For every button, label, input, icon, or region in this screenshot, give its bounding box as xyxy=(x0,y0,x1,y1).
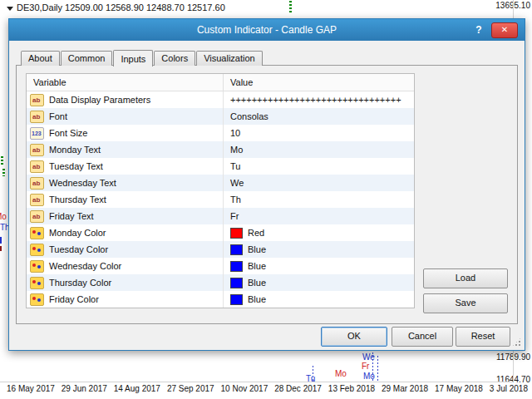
color-swatch xyxy=(230,228,243,239)
indicator-vline xyxy=(372,349,373,381)
date-label: 28 Dec 2017 xyxy=(274,384,322,393)
table-header: Variable Value xyxy=(27,74,414,91)
chart-object-marker xyxy=(2,169,5,176)
dialog-tabs: About Common Inputs Colors Visualization xyxy=(21,50,264,66)
ab-param-icon xyxy=(30,210,44,223)
table-row[interactable]: Monday Color Red xyxy=(27,224,414,241)
table-row[interactable]: Font Consolas xyxy=(27,108,414,125)
date-label: 29 Mar 2018 xyxy=(382,384,428,393)
color-param-icon xyxy=(30,244,44,256)
param-value: Blue xyxy=(248,278,266,288)
load-button[interactable]: Load xyxy=(423,268,508,288)
indicator-dialog: Custom Indicator - Candle GAP ? ✕ About … xyxy=(8,18,525,351)
parameters-table: Variable Value Data Display Parameters +… xyxy=(26,73,415,308)
ab-param-icon xyxy=(30,177,44,190)
color-swatch xyxy=(230,261,243,272)
param-value: We xyxy=(230,178,244,188)
param-name: Friday Color xyxy=(49,294,99,304)
color-param-icon xyxy=(30,260,44,273)
table-row[interactable]: Wednesday Color Blue xyxy=(27,258,414,274)
param-name: Data Display Parameters xyxy=(49,95,150,105)
table-row[interactable]: Tuesday Color Blue xyxy=(27,241,414,258)
param-value: Blue xyxy=(248,261,266,271)
table-row[interactable]: Friday Text Fr xyxy=(27,208,414,224)
tab-common[interactable]: Common xyxy=(61,51,113,66)
param-name: Font xyxy=(49,111,67,121)
date-label: 14 Aug 2017 xyxy=(114,384,160,393)
param-value: Blue xyxy=(248,294,266,304)
indicator-vline xyxy=(313,366,313,381)
table-row[interactable]: Friday Color Blue xyxy=(27,291,414,308)
param-value: Tu xyxy=(230,161,240,171)
tab-inputs[interactable]: Inputs xyxy=(113,50,153,66)
param-name: Friday Text xyxy=(49,211,94,221)
date-label: 13 Feb 2018 xyxy=(328,384,375,393)
table-row[interactable]: Monday Text Mo xyxy=(27,141,414,158)
color-param-icon xyxy=(30,227,44,239)
save-button[interactable]: Save xyxy=(423,293,508,313)
table-row[interactable]: Data Display Parameters ++++++++++++++++… xyxy=(27,91,414,108)
param-name: Tuesday Text xyxy=(49,161,103,171)
tab-colors[interactable]: Colors xyxy=(154,51,195,66)
param-value: ++++++++++++++++++++++++++++++++ xyxy=(230,95,401,105)
ab-param-icon xyxy=(30,194,44,206)
param-value: Th xyxy=(230,195,241,204)
table-row[interactable]: Font Size 10 xyxy=(27,125,414,141)
param-table-body: Data Display Parameters ++++++++++++++++… xyxy=(27,91,414,308)
color-swatch xyxy=(230,294,243,305)
ab-param-icon xyxy=(30,111,44,123)
color-param-icon xyxy=(30,277,44,289)
indicator-vline xyxy=(377,356,378,381)
param-name: Monday Text xyxy=(49,145,101,155)
dialog-titlebar[interactable]: Custom Indicator - Candle GAP ? ✕ xyxy=(9,19,525,41)
date-label: 16 May 2017 xyxy=(7,384,55,393)
screen: DE30,Daily 12509.00 12568.90 12488.70 12… xyxy=(0,0,532,399)
param-value: Fr xyxy=(230,211,239,221)
ab-param-icon xyxy=(30,160,44,173)
date-label: 17 May 2018 xyxy=(435,384,483,393)
color-swatch xyxy=(230,244,243,255)
table-row[interactable]: Tuesday Text Tu xyxy=(27,158,414,175)
close-icon: ✕ xyxy=(501,25,508,34)
table-row[interactable]: Wednesday Text We xyxy=(27,175,414,191)
param-value: Consolas xyxy=(230,111,268,121)
chart-artifact xyxy=(0,237,2,244)
help-button[interactable]: ? xyxy=(471,22,486,37)
time-axis-labels: 16 May 2017 29 Jun 2017 14 Aug 2017 27 S… xyxy=(7,384,528,393)
inputs-tab-page: Variable Value Data Display Parameters +… xyxy=(16,65,518,324)
table-row[interactable]: Thursday Color Blue xyxy=(27,274,414,291)
param-name: Thursday Text xyxy=(49,195,106,204)
day-marker: Mo xyxy=(335,369,347,378)
chart-object-marker xyxy=(1,156,3,166)
param-name: Thursday Color xyxy=(49,278,111,288)
cancel-button[interactable]: Cancel xyxy=(392,327,453,347)
symbol-menu-icon[interactable] xyxy=(7,7,13,11)
date-label: 27 Sep 2017 xyxy=(167,384,214,393)
date-label: 29 Jun 2017 xyxy=(62,384,107,393)
param-value: Mo xyxy=(230,145,243,155)
ab-param-icon xyxy=(30,94,44,106)
param-name: Wednesday Color xyxy=(49,261,121,271)
quote-text: DE30,Daily 12509.00 12568.90 12488.70 12… xyxy=(17,2,225,12)
tab-about[interactable]: About xyxy=(21,51,60,66)
close-button[interactable]: ✕ xyxy=(491,22,518,38)
tab-visualization[interactable]: Visualization xyxy=(196,51,263,66)
color-param-icon xyxy=(30,293,44,306)
day-marker: Mo xyxy=(0,212,7,221)
column-header-value: Value xyxy=(223,74,414,91)
resize-grip-icon[interactable] xyxy=(511,337,522,347)
param-value: Red xyxy=(248,228,264,238)
dialog-title: Custom Indicator - Candle GAP xyxy=(9,19,525,41)
param-name: Font Size xyxy=(49,128,87,138)
chart-artifact xyxy=(0,246,2,251)
param-name: Wednesday Text xyxy=(49,178,116,188)
param-name: Monday Color xyxy=(49,228,106,238)
param-value: Blue xyxy=(248,244,266,254)
day-marker: Tu xyxy=(306,374,315,383)
reset-button[interactable]: Reset xyxy=(456,327,510,347)
ok-button[interactable]: OK xyxy=(321,327,387,347)
ab-param-icon xyxy=(30,144,44,156)
symbol-quote-line: DE30,Daily 12509.00 12568.90 12488.70 12… xyxy=(7,2,225,12)
table-row[interactable]: Thursday Text Th xyxy=(27,191,414,208)
date-label: 10 Nov 2017 xyxy=(221,384,268,393)
